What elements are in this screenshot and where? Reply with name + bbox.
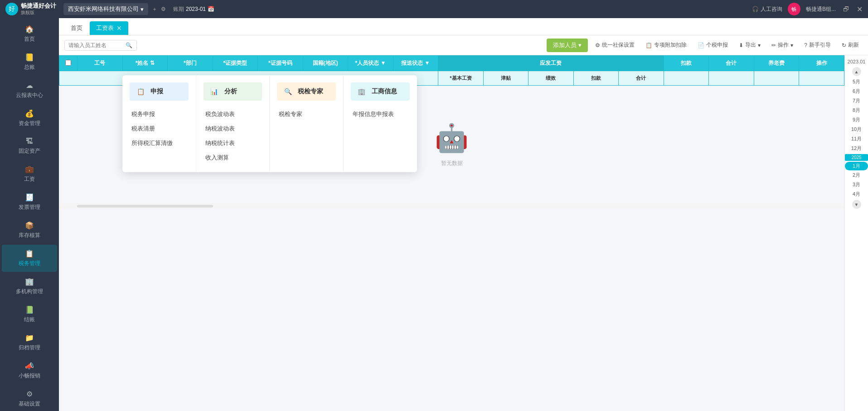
sub-col-total: 合计	[619, 71, 664, 86]
sub-col-base: *基本工资	[438, 71, 484, 86]
sidebar-item-税务管理[interactable]: 📋税务管理	[2, 245, 57, 272]
add-company-icon[interactable]: ＋	[152, 5, 157, 13]
timeline-month-7月[interactable]: 7月	[845, 96, 868, 106]
dropdown-item-税负波动表[interactable]: 税负波动表	[204, 107, 262, 121]
sub-col-deduct: 扣款	[573, 71, 619, 86]
refresh-icon: ↻	[842, 42, 846, 48]
sidebar-icon: 🏠	[25, 25, 34, 34]
col-deduct: 扣款	[664, 56, 709, 71]
refresh-button[interactable]: ↻ 刷新	[838, 39, 863, 51]
sidebar-item-多机构管理[interactable]: 🏢多机构管理	[2, 273, 57, 300]
sidebar-item-库存核算[interactable]: 📦库存核算	[2, 217, 57, 244]
calendar-icon[interactable]: 📅	[208, 6, 214, 12]
checkbox-col-header[interactable]	[59, 56, 78, 71]
top-bar: 好 畅捷通好会计 旗舰版 西安虾米网络科技有限公司 ▾ ＋ ⚙ 账期 2023-…	[0, 0, 868, 18]
sidebar-item-结账[interactable]: 📗结账	[2, 301, 57, 328]
tax-declaration-button[interactable]: 📄 个税申报	[694, 39, 732, 51]
tab-payroll[interactable]: 工资表 ✕	[90, 21, 128, 35]
sidebar-item-总账[interactable]: 📒总账	[2, 48, 57, 76]
dropdown-item-纳税波动表[interactable]: 纳税波动表	[204, 121, 262, 136]
sidebar-label: 小畅报销	[19, 372, 40, 380]
add-person-button[interactable]: 添加人员 ▾	[547, 39, 588, 52]
app-name: 畅捷通好会计	[21, 2, 56, 10]
special-deduction-button[interactable]: 📋 专项附加扣除	[642, 39, 690, 51]
tab-home[interactable]: 首页	[64, 21, 89, 35]
timeline-month-5月[interactable]: 5月	[845, 77, 868, 87]
company-selector[interactable]: 西安虾米网络科技有限公司 ▾	[63, 3, 148, 15]
timeline-month-1月[interactable]: 1月	[845, 162, 868, 170]
timeline-month-12月[interactable]: 12月	[845, 144, 868, 153]
search-input[interactable]	[68, 42, 123, 48]
sidebar-label: 多机构管理	[16, 288, 43, 295]
support-button[interactable]: 🎧 人工咨询	[752, 5, 782, 13]
dropdown-col-分析: 📊分析税负波动表纳税波动表纳税统计表收入测算	[196, 75, 270, 172]
operation-button[interactable]: ✏ 操作 ▾	[768, 39, 797, 51]
sidebar-icon: ⚙	[26, 390, 33, 398]
social-security-button[interactable]: ⚙ 统一社保设置	[592, 39, 638, 51]
sidebar-item-发票管理[interactable]: 🧾发票管理	[2, 189, 57, 216]
timeline-month-11月[interactable]: 11月	[845, 134, 868, 144]
col-icon-分析: 📊	[208, 85, 221, 98]
sidebar-item-归档管理[interactable]: 📁归档管理	[2, 329, 57, 356]
dropdown-item-税检专家[interactable]: 税检专家	[277, 107, 336, 121]
export-button[interactable]: ⬇ 导出 ▾	[735, 39, 764, 51]
guide-button[interactable]: ? 新手引导	[800, 39, 834, 51]
dropdown-col-header-税检专家: 🔍税检专家	[277, 82, 336, 101]
timeline-month-10月[interactable]: 10月	[845, 125, 868, 134]
sidebar-icon: 💼	[25, 165, 34, 174]
col-cert-type: *证据类型	[213, 56, 258, 71]
company-chevron-icon: ▾	[141, 6, 144, 13]
sidebar-item-云报表中心[interactable]: ☁云报表中心	[2, 77, 57, 104]
scrollbar-thumb[interactable]	[77, 205, 213, 208]
sidebar-item-基础设置[interactable]: ⚙基础设置	[2, 385, 57, 411]
sidebar-icon: 📗	[25, 305, 34, 314]
dropdown-item-所得税汇算清缴[interactable]: 所得税汇算清缴	[130, 136, 189, 150]
sidebar-label: 库存核算	[19, 232, 40, 239]
sidebar-icon: 📒	[25, 53, 34, 62]
tab-close-icon[interactable]: ✕	[116, 24, 122, 32]
sidebar-icon: 🏢	[25, 277, 34, 286]
timeline-month-8月[interactable]: 8月	[845, 106, 868, 115]
dropdown-item-税表清册[interactable]: 税表清册	[130, 121, 189, 136]
timeline-nav-up[interactable]: ▲	[852, 67, 861, 76]
col-group-payable: 应发工资	[438, 56, 664, 71]
dropdown-col-header-工商信息: 🏢工商信息	[351, 82, 410, 101]
tab-payroll-label: 工资表	[96, 24, 114, 32]
settings-icon[interactable]: ⚙	[161, 6, 166, 12]
dropdown-item-收入测算[interactable]: 收入测算	[204, 150, 262, 165]
restore-icon[interactable]: 🗗	[843, 5, 849, 13]
timeline-year: 2023.01	[847, 57, 867, 66]
social-security-icon: ⚙	[595, 42, 600, 48]
sidebar: 🏠首页📒总账☁云报表中心💰资金管理🏗固定资产💼工资🧾发票管理📦库存核算📋税务管理…	[0, 18, 59, 411]
timeline-nav-down[interactable]: ▼	[852, 200, 861, 209]
sidebar-icon: 📣	[25, 362, 34, 370]
sidebar-item-首页[interactable]: 🏠首页	[2, 20, 57, 48]
sidebar-item-小畅报销[interactable]: 📣小畅报销	[2, 357, 57, 384]
dropdown-col-工商信息: 🏢工商信息年报信息申报表	[344, 75, 417, 172]
export-chevron-icon: ▾	[758, 42, 761, 48]
dropdown-item-年报信息申报表[interactable]: 年报信息申报表	[351, 107, 410, 121]
timeline-month-3月[interactable]: 3月	[845, 180, 868, 189]
sidebar-item-工资[interactable]: 💼工资	[2, 160, 57, 188]
sidebar-label: 发票管理	[19, 203, 40, 211]
select-all-checkbox[interactable]	[65, 60, 71, 66]
timeline-month-6月[interactable]: 6月	[845, 87, 868, 96]
sidebar-item-资金管理[interactable]: 💰资金管理	[2, 105, 57, 132]
user-name: 畅捷通B组...	[806, 5, 836, 13]
close-icon[interactable]: ✕	[857, 5, 863, 14]
dropdown-item-税务申报[interactable]: 税务申报	[130, 107, 189, 121]
logo-icon: 好	[5, 3, 18, 15]
sidebar-label: 首页	[24, 35, 35, 43]
sidebar-icon: 📦	[25, 221, 34, 230]
operation-chevron-icon: ▾	[790, 42, 793, 48]
user-avatar[interactable]: 畅	[788, 3, 800, 15]
table-header-main: 工号 *姓名 ⇅ *部门 *证据类型 *证据号码 国籍(地区) *人员状态 ▼ …	[59, 56, 844, 71]
sidebar-item-固定资产[interactable]: 🏗固定资产	[2, 133, 57, 160]
sidebar-label: 工资	[24, 175, 35, 183]
timeline-month-2月[interactable]: 2月	[845, 170, 868, 180]
timeline-month-9月[interactable]: 9月	[845, 115, 868, 125]
col-name: *姓名 ⇅	[122, 56, 168, 71]
dropdown-item-纳税统计表[interactable]: 纳税统计表	[204, 136, 262, 150]
col-nationality: 国籍(地区)	[303, 56, 348, 71]
timeline-month-4月[interactable]: 4月	[845, 189, 868, 199]
